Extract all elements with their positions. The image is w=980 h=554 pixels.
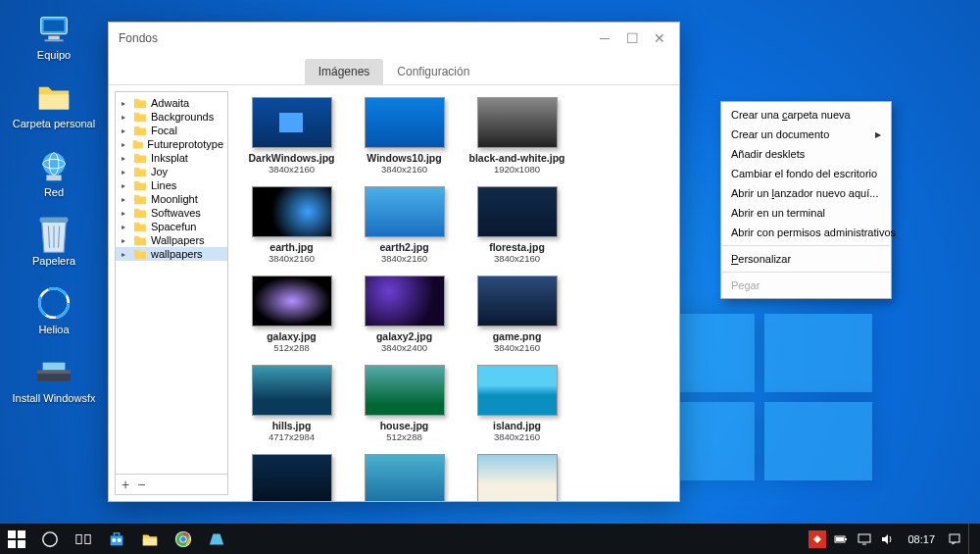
svg-rect-16 (37, 370, 71, 374)
context-item[interactable]: Abrir en un terminal (721, 203, 891, 223)
file-explorer-icon[interactable] (133, 524, 167, 554)
wallpaper-thumb[interactable]: island.jpg3840x2160 (466, 365, 568, 442)
context-item[interactable]: Personalizar (721, 249, 891, 269)
folder-label: Backgrounds (151, 111, 214, 123)
svg-rect-3 (45, 39, 64, 41)
wallpaper-thumb[interactable]: DarkWindows.jpg3840x2160 (240, 97, 343, 175)
context-label: Añadir desklets (731, 148, 805, 160)
context-label: Personalizar (731, 253, 791, 265)
svg-rect-37 (836, 537, 844, 541)
svg-marker-40 (882, 534, 888, 544)
wallpaper-thumb[interactable]: paradise.jpg2880x1800 (353, 454, 456, 501)
tab-imagenes[interactable]: Imágenes (305, 59, 384, 84)
wallpaper-thumb[interactable]: hills.jpg4717x2984 (240, 365, 343, 442)
thumb-name: galaxy2.jpg (376, 330, 432, 342)
folder-tree-item[interactable]: ▸Spacefun (116, 220, 227, 233)
tray-app-icon[interactable] (808, 530, 827, 548)
thumb-resolution: 3840x2160 (494, 342, 540, 353)
folder-tree-item[interactable]: ▸Moonlight (116, 192, 227, 206)
wallpaper-thumb[interactable]: peace.jpg512x288 (466, 454, 568, 501)
desktop-icon-pc[interactable]: Equipo (0, 10, 108, 61)
context-separator (722, 245, 890, 246)
titlebar[interactable]: Fondos ─ ☐ ✕ (109, 23, 679, 54)
folder-label: Adwaita (151, 97, 189, 109)
minimize-button[interactable]: ─ (591, 25, 618, 52)
wallpaper-thumb[interactable]: house.jpg512x288 (353, 365, 456, 442)
context-label: Pegar (731, 279, 760, 291)
context-item[interactable]: Crear un documento▶ (721, 125, 891, 144)
start-button[interactable] (0, 524, 33, 554)
add-folder-button[interactable]: + (122, 477, 129, 492)
svg-rect-18 (8, 530, 16, 538)
wallpaper-thumb[interactable]: galaxy2.jpg3840x2400 (353, 276, 456, 353)
desktop-icon-cortana[interactable]: Helioa (0, 284, 108, 335)
notifications-icon[interactable] (945, 532, 964, 546)
folder-tree-item[interactable]: ▸Focal (116, 124, 227, 137)
folder-sidebar: ▸Adwaita▸Backgrounds▸Focal▸Futureprototy… (115, 91, 228, 495)
thumb-resolution: 3840x2160 (494, 253, 540, 264)
wallpaper-thumb[interactable]: night.jpg512x288 (240, 454, 343, 501)
folder-label: Spacefun (151, 221, 196, 232)
thumb-name: galaxy.jpg (267, 330, 317, 342)
thumb-image (477, 454, 558, 501)
wallpaper-thumb[interactable]: black-and-white.jpg1920x1080 (466, 97, 568, 175)
wallpaper-gallery[interactable]: DarkWindows.jpg3840x2160Windows10.jpg384… (232, 85, 679, 501)
folder-tree-item[interactable]: ▸Inksplat (116, 151, 227, 165)
context-item[interactable]: Crear una carpeta nueva (721, 105, 891, 125)
wallpaper-thumb[interactable]: game.png3840x2160 (466, 276, 568, 353)
clock[interactable]: 08:17 (902, 533, 941, 545)
svg-rect-8 (46, 176, 61, 181)
window-title: Fondos (119, 31, 158, 45)
wallpaper-thumb[interactable]: earth.jpg3840x2160 (240, 186, 343, 264)
desktop-icon-install[interactable]: Install Windowsfx (0, 353, 108, 404)
folder-tree-item[interactable]: ▸Backgrounds (116, 110, 227, 124)
folder-tree-item[interactable]: ▸wallpapers (116, 247, 227, 261)
wallpaper-thumb[interactable]: Windows10.jpg3840x2160 (353, 97, 456, 175)
desktop-icon-label: Red (44, 186, 64, 198)
folder-tree-item[interactable]: ▸Softwaves (116, 206, 227, 220)
context-item[interactable]: Abrir con permisos administrativos (721, 223, 891, 242)
wallpaper-thumb[interactable]: galaxy.jpg512x288 (240, 276, 343, 353)
battery-icon[interactable] (831, 532, 851, 546)
desktop-icon-net[interactable]: Red (0, 147, 108, 198)
folder-tree-item[interactable]: ▸Lines (116, 178, 227, 192)
svg-rect-20 (8, 540, 16, 548)
wallpaper-thumb[interactable]: floresta.jpg3840x2160 (466, 186, 568, 264)
chrome-icon[interactable] (167, 524, 200, 554)
thumb-image (365, 97, 445, 148)
remove-folder-button[interactable]: − (137, 477, 145, 492)
thumb-name: island.jpg (493, 420, 541, 431)
thumb-name: earth.jpg (270, 241, 313, 253)
context-item[interactable]: Añadir desklets (721, 144, 891, 164)
app-icon[interactable] (200, 524, 233, 554)
svg-rect-24 (85, 534, 90, 543)
cortana-taskbar-icon[interactable] (33, 524, 67, 554)
desktop-icon-label: Papelera (32, 255, 75, 267)
show-desktop-button[interactable] (968, 524, 974, 554)
context-item: Pegar (721, 276, 891, 295)
folder-label: Softwaves (151, 207, 201, 219)
wallpaper-thumb[interactable]: earth2.jpg3840x2160 (353, 186, 456, 264)
tab-configuracion[interactable]: Configuración (383, 59, 483, 84)
svg-rect-4 (39, 94, 69, 109)
store-icon[interactable] (100, 524, 133, 554)
folder-tree-item[interactable]: ▸Futureprototype (116, 137, 227, 151)
context-item[interactable]: Cambiar el fondo del escritorio (721, 164, 891, 183)
folder-tree-item[interactable]: ▸Joy (116, 165, 227, 178)
maximize-button[interactable]: ☐ (618, 25, 646, 52)
taskview-icon[interactable] (67, 524, 100, 554)
thumb-image (477, 97, 558, 148)
desktop-icon-folder[interactable]: Carpeta personal (0, 78, 108, 129)
close-button[interactable]: ✕ (646, 25, 673, 52)
folder-tree-item[interactable]: ▸Adwaita (116, 96, 227, 110)
svg-rect-1 (44, 20, 65, 30)
volume-icon[interactable] (878, 532, 898, 546)
thumb-image (365, 365, 445, 416)
svg-point-32 (180, 536, 185, 541)
svg-marker-34 (813, 535, 821, 543)
thumb-resolution: 3840x2160 (494, 431, 540, 442)
display-icon[interactable] (855, 532, 874, 546)
desktop-icon-trash[interactable]: Papelera (0, 216, 108, 267)
context-item[interactable]: Abrir un lanzador nuevo aquí... (721, 183, 891, 203)
folder-tree-item[interactable]: ▸Wallpapers (116, 233, 227, 247)
